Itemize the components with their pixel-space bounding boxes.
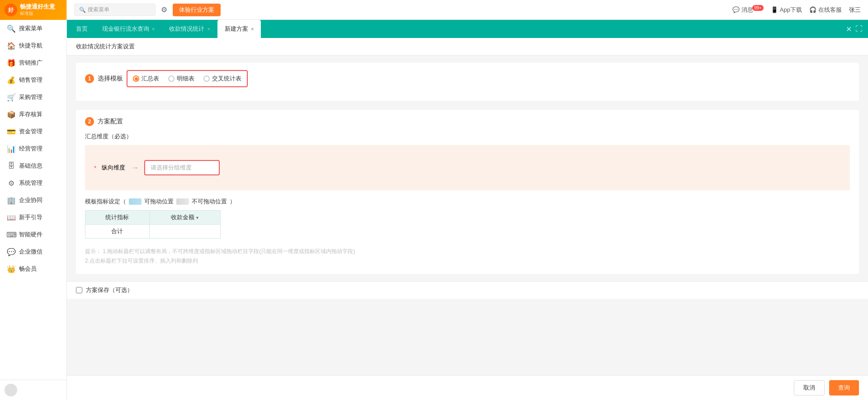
tab-home[interactable]: 首页	[69, 20, 95, 38]
save-plan-checkbox[interactable]	[76, 287, 82, 293]
tab-close-stat[interactable]: ×	[207, 26, 210, 32]
query-button[interactable]: 查询	[829, 380, 859, 395]
metrics-header: 模板指标设定（ 可拖动位置 不可拖动位置 ）	[85, 198, 850, 206]
sidebar-item-purchase[interactable]: 🛒 采购管理	[0, 89, 66, 106]
content-area: 收款情况统计方案设置 1 选择模板 汇总表 明细表	[67, 38, 868, 375]
radio-cross[interactable]: 交叉统计表	[203, 75, 241, 83]
sidebar-item-system[interactable]: ⚙ 系统管理	[0, 174, 66, 192]
tab-label-home: 首页	[76, 25, 88, 33]
metrics-table: 统计指标 收款金额 ▾	[85, 210, 221, 239]
username: 张三	[849, 6, 861, 14]
search-menu-box[interactable]: 🔍 搜索菜单	[74, 4, 156, 16]
step1-label: 选择模板	[98, 75, 123, 83]
tabs-container: 首页现金银行流水查询×收款情况统计×新建方案×	[69, 20, 261, 38]
tab-close-bank[interactable]: ×	[152, 26, 155, 32]
sidebar-label-base: 基础信息	[19, 162, 42, 170]
step2-section: 2 方案配置 汇总维度（必选） * 纵向维度 → 请选择分组维度	[76, 110, 859, 274]
sidebar-item-search[interactable]: 🔍 搜索菜单	[0, 20, 66, 37]
sidebar-item-hardware[interactable]: ⌨ 智能硬件	[0, 226, 66, 243]
sidebar-icon-member: 👑	[7, 265, 15, 273]
movable-legend	[129, 198, 142, 205]
sidebar-label-guide: 新手引导	[19, 213, 42, 221]
step1-title: 1 选择模板 汇总表 明细表 交叉统计表	[85, 70, 850, 87]
step1-number: 1	[85, 74, 94, 83]
sidebar-icon-collab: 🏢	[7, 196, 15, 204]
sidebar-label-nav: 快捷导航	[19, 42, 42, 50]
metrics-row-value	[149, 225, 220, 239]
close-tab-icon[interactable]: ✕	[846, 25, 852, 33]
sidebar-label-sales: 销售管理	[19, 76, 42, 84]
step2-number: 2	[85, 117, 94, 126]
sidebar-label-purchase: 采购管理	[19, 93, 42, 101]
sidebar-label-member: 畅会员	[19, 265, 37, 273]
dimension-area: * 纵向维度 → 请选择分组维度	[85, 145, 850, 190]
metrics-row-label: 合计	[85, 225, 150, 239]
sidebar-item-inventory[interactable]: 📦 库存核算	[0, 106, 66, 123]
metrics-subsection: 模板指标设定（ 可拖动位置 不可拖动位置 ） 统计指标	[85, 198, 850, 265]
download-icon: 📱	[771, 6, 778, 13]
tab-close-new[interactable]: ×	[251, 26, 254, 32]
sidebar-icon-sales: 💰	[7, 76, 15, 84]
sidebar-item-member[interactable]: 👑 畅会员	[0, 260, 66, 278]
dim-select[interactable]: 请选择分组维度	[144, 160, 220, 175]
sidebar-label-collab: 企业协同	[19, 196, 42, 204]
sidebar-label-search: 搜索菜单	[19, 24, 42, 33]
tab-label-bank: 现金银行流水查询	[102, 25, 149, 33]
sidebar-logo: 好 畅捷通好生意 标准版	[0, 0, 66, 20]
sidebar-icon-finance: 💳	[7, 127, 15, 136]
step1-section: 1 选择模板 汇总表 明细表 交叉统计表	[76, 63, 859, 101]
tab-bank[interactable]: 现金银行流水查询×	[95, 20, 162, 38]
sidebar-item-finance[interactable]: 💳 资金管理	[0, 123, 66, 140]
fixed-legend	[176, 198, 189, 205]
sidebar-item-nav[interactable]: 🏠 快捷导航	[0, 37, 66, 54]
tab-stat[interactable]: 收款情况统计×	[162, 20, 217, 38]
sidebar-item-collab[interactable]: 🏢 企业协同	[0, 192, 66, 209]
tab-label-new: 新建方案	[225, 25, 248, 33]
tab-new[interactable]: 新建方案×	[217, 20, 261, 38]
sidebar-item-guide[interactable]: 📖 新手引导	[0, 209, 66, 226]
page-header: 收款情况统计方案设置	[67, 38, 868, 56]
action-bar: 取消 查询	[67, 375, 868, 400]
logo-text: 畅捷通好生意 标准版	[20, 3, 55, 17]
service-icon: 🎧	[809, 6, 816, 13]
radio-summary-dot	[133, 75, 139, 82]
sidebar-icon-purchase: 🛒	[7, 93, 15, 101]
radio-summary[interactable]: 汇总表	[133, 75, 159, 83]
sidebar-item-operation[interactable]: 📊 经营管理	[0, 140, 66, 157]
download-btn[interactable]: 📱 App下载	[771, 6, 802, 14]
sidebar-label-system: 系统管理	[19, 179, 42, 187]
sidebar-icon-search: 🔍	[7, 24, 15, 33]
cancel-button[interactable]: 取消	[794, 380, 825, 395]
notification-btn[interactable]: 💬 消息 99+	[732, 6, 764, 14]
sidebar-label-marketing: 营销推广	[19, 59, 42, 67]
sidebar-item-wechat[interactable]: 💬 企业微信	[0, 243, 66, 260]
page-body: 1 选择模板 汇总表 明细表 交叉统计表	[67, 56, 868, 281]
metrics-row: 合计	[85, 225, 221, 239]
col-dropdown-arrow: ▾	[196, 215, 198, 220]
metrics-table-wrap: 统计指标 收款金额 ▾	[85, 210, 850, 239]
required-star: *	[94, 165, 96, 171]
sidebar-label-operation: 经营管理	[19, 145, 42, 153]
main-area: 🔍 搜索菜单 ⚙ 体验行业方案 💬 消息 99+ 📱 App下载 🎧 在线客服 …	[67, 0, 868, 400]
service-btn[interactable]: 🎧 在线客服	[809, 6, 842, 14]
sidebar-item-sales[interactable]: 💰 销售管理	[0, 71, 66, 89]
radio-detail[interactable]: 明细表	[168, 75, 194, 83]
sidebar-icon-wechat: 💬	[7, 248, 15, 256]
sidebar-item-marketing[interactable]: 🎁 营销推广	[0, 54, 66, 71]
settings-icon[interactable]: ⚙	[161, 5, 167, 14]
radio-cross-dot	[203, 75, 210, 82]
sidebar-label-hardware: 智能硬件	[19, 231, 42, 239]
tab-label-stat: 收款情况统计	[169, 25, 204, 33]
metrics-col-header[interactable]: 收款金额 ▾	[149, 211, 220, 225]
trial-btn[interactable]: 体验行业方案	[173, 4, 221, 16]
dim-arrow: →	[131, 163, 139, 173]
dimension-title: 汇总维度（必选）	[85, 132, 850, 141]
expand-icon[interactable]: ⛶	[855, 25, 863, 33]
sidebar-icon-system: ⚙	[7, 179, 15, 187]
sidebar: 好 畅捷通好生意 标准版 🔍 搜索菜单 🏠 快捷导航 🎁 营销推广 💰 销售管理…	[0, 0, 67, 400]
search-icon: 🔍	[79, 7, 86, 13]
sidebar-label-wechat: 企业微信	[19, 248, 42, 256]
sidebar-items: 🔍 搜索菜单 🏠 快捷导航 🎁 营销推广 💰 销售管理 🛒 采购管理 📦 库存核…	[0, 20, 66, 278]
sidebar-item-base[interactable]: 🗄 基础信息	[0, 157, 66, 174]
vertical-dim-row: * 纵向维度 → 请选择分组维度	[94, 160, 220, 175]
